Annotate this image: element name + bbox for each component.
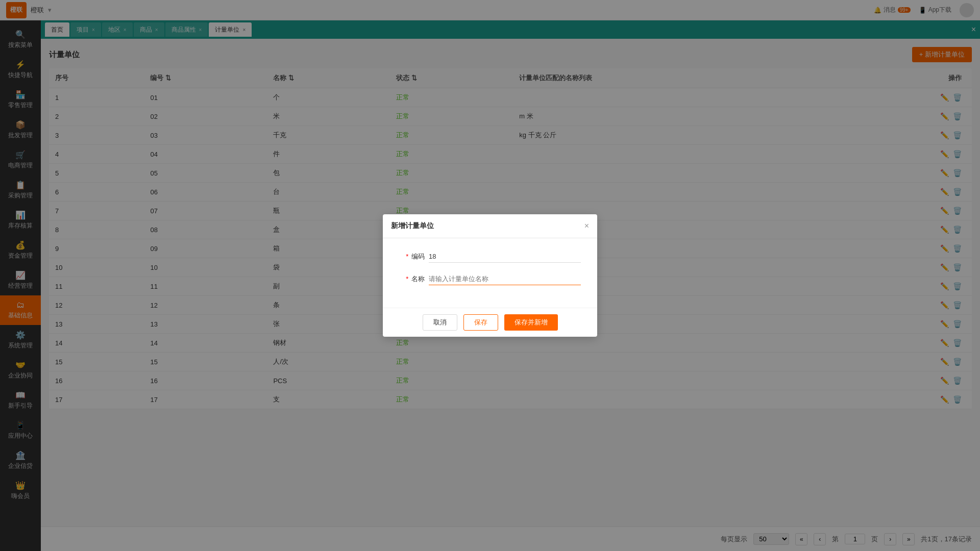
add-uom-modal: 新增计量单位 × * 编码 * [383,214,597,337]
content-area: 计量单位 + 新增计量单位 序号 编号 ⇅ 名称 ⇅ 状态 ⇅ 计量单位匹配的名… [41,39,980,527]
required-indicator: * [406,275,408,283]
form-name-label: * 名称 [399,274,425,284]
form-name-input[interactable] [429,273,581,285]
modal-header: 新增计量单位 × [383,214,597,238]
form-row-name: * 名称 [399,273,581,285]
form-code-input[interactable] [429,251,581,263]
cancel-button[interactable]: 取消 [423,314,457,331]
modal-overlay[interactable]: 新增计量单位 × * 编码 * [41,39,980,527]
modal-body: * 编码 * 名称 [383,238,597,308]
modal-footer: 取消 保存 保存并新增 [383,308,597,337]
main-layout: 🔍 搜索菜单 ⚡ 快捷导航 🏪 零售管理 📦 批发管理 🛒 电商管理 📋 采购管… [0,20,980,551]
modal-close-button[interactable]: × [584,221,589,231]
form-code-label: * 编码 [399,252,425,261]
required-indicator: * [406,253,408,260]
save-button[interactable]: 保存 [463,314,498,331]
save-and-new-button[interactable]: 保存并新增 [504,314,558,331]
form-row-code: * 编码 [399,251,581,263]
main-panel: 首页 项目 × 地区 × 商品 × 商品属性 × 计量单位 × × [41,20,980,551]
modal-title: 新增计量单位 [391,221,434,231]
